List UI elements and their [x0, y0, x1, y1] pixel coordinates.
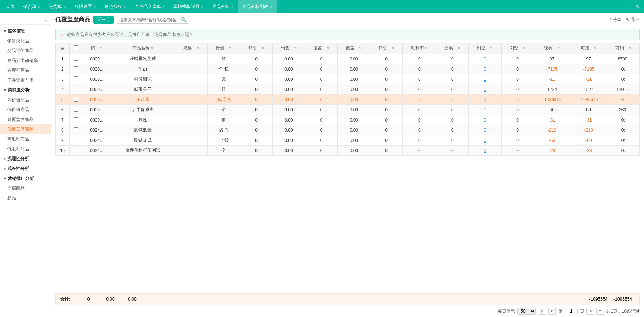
sidebar-item-category-rate[interactable]: 商品分类动销率 — [0, 56, 51, 66]
table-container[interactable]: ⚙ 商...⇅ 商品名称⇅ 规格...⇅ 计量...⇅ 销售...⇅ 销售...… — [55, 43, 640, 293]
search-input[interactable] — [119, 17, 181, 23]
th-browse2[interactable]: 浏览...⇅ — [501, 43, 534, 54]
row-browse1[interactable]: 0 — [469, 74, 501, 84]
th-spec[interactable]: 规格...⇅ — [175, 43, 208, 54]
close-icon[interactable]: × — [94, 4, 96, 9]
row-select-checkbox[interactable] — [74, 97, 78, 102]
row-select-checkbox[interactable] — [74, 107, 78, 112]
th-coverage2[interactable]: 覆盖...⇅ — [338, 43, 370, 54]
prev-page-button[interactable]: < — [548, 308, 556, 315]
row-browse1[interactable]: 0 — [469, 146, 501, 156]
search-icon[interactable]: 🔍 — [181, 17, 187, 23]
th-checkbox[interactable] — [69, 43, 83, 54]
row-select-checkbox[interactable] — [74, 117, 78, 122]
sidebar-section-growth[interactable]: > 成长性分析 — [0, 164, 51, 174]
th-name[interactable]: 商品名称⇅ — [111, 43, 175, 54]
sidebar-item-stocked-products[interactable]: 有库存商品 — [0, 66, 51, 75]
th-current-stock[interactable]: 现有...⇅ — [534, 43, 570, 54]
page-number-input[interactable] — [565, 308, 578, 314]
row-browse1[interactable]: 0 — [469, 115, 501, 125]
row-browse1[interactable]: 0 — [469, 54, 501, 64]
nav-template-settings[interactable]: 单据模板设置 × — [169, 0, 208, 13]
th-trade[interactable]: 交易...⇅ — [436, 43, 469, 54]
th-available-stock[interactable]: 可用...⇅ — [570, 43, 607, 54]
sidebar-section-overall[interactable]: ∨ 整体信息 — [0, 26, 51, 36]
row-browse1[interactable]: 0 — [469, 95, 501, 105]
window-close-button[interactable]: × — [632, 3, 643, 10]
close-icon[interactable]: × — [201, 4, 203, 9]
th-sales3[interactable]: 销售...⇅ — [370, 43, 402, 54]
sidebar-item-high-value[interactable]: 高价值商品 — [0, 95, 51, 105]
sidebar-item-stock-funds[interactable]: 库存资金占用 — [0, 75, 51, 85]
close-icon[interactable]: × — [231, 4, 233, 9]
sidebar-item-traded-products[interactable]: 交易过的商品 — [0, 46, 51, 56]
sidebar-item-all-products[interactable]: 全部商品 — [0, 183, 51, 193]
row-browse1[interactable]: 0 — [469, 64, 501, 74]
sidebar-item-low-value[interactable]: 低价值商品 — [0, 105, 51, 115]
row-checkbox[interactable] — [69, 135, 83, 146]
sidebar-item-high-margin[interactable]: 高毛利商品 — [0, 134, 51, 144]
row-select-checkbox[interactable] — [74, 76, 78, 81]
row-browse1[interactable]: 0 — [469, 105, 501, 115]
row-checkbox[interactable] — [69, 105, 83, 115]
th-browse1[interactable]: 浏览...⇅ — [469, 43, 501, 54]
sidebar-item-sales-products[interactable]: 销售类商品 — [0, 36, 51, 46]
th-code[interactable]: 商...⇅ — [83, 43, 111, 54]
sidebar-section-cluster[interactable]: ∨ 类群度分析 — [0, 85, 51, 95]
row-checkbox[interactable] — [69, 125, 83, 135]
row-checkbox[interactable] — [69, 84, 83, 95]
nav-purchase-order[interactable]: 进货单 × — [44, 0, 70, 13]
row-browse1[interactable]: 0 — [469, 125, 501, 135]
row-unit: 米 — [208, 115, 240, 125]
nav-product-analysis[interactable]: 商品分析 × — [208, 0, 238, 13]
row-checkbox[interactable] — [69, 146, 83, 156]
sidebar-item-low-coverage[interactable]: 低覆盖度商品 — [0, 124, 51, 134]
sidebar-collapse-button[interactable]: « — [45, 17, 48, 23]
nav-sales-order[interactable]: 销货单 × — [19, 0, 44, 13]
time-filter-button[interactable]: 近一月 — [93, 16, 114, 24]
share-button[interactable]: ⤴ 分享 — [609, 17, 621, 23]
export-button[interactable]: ↻ 导出 — [626, 17, 640, 23]
row-select-checkbox[interactable] — [74, 127, 78, 132]
sidebar-section-marketing[interactable]: ∨ 营销推广分析 — [0, 174, 51, 183]
first-page-button[interactable]: K — [538, 308, 546, 315]
th-coverage1[interactable]: 覆盖...⇅ — [305, 43, 338, 54]
row-browse1[interactable]: 0 — [469, 84, 501, 95]
row-select-checkbox[interactable] — [74, 87, 78, 91]
nav-permission[interactable]: 权限设置 × — [70, 0, 100, 13]
th-settings[interactable]: ⚙ — [56, 43, 70, 54]
row-checkbox[interactable] — [69, 54, 83, 64]
nav-finished-goods[interactable]: 产成品入库单 × — [130, 0, 169, 13]
row-checkbox[interactable] — [69, 115, 83, 125]
th-gross-margin[interactable]: 毛利率⇅ — [402, 43, 436, 54]
per-page-select[interactable]: 50 20 100 200 — [517, 308, 536, 315]
nav-role-auth[interactable]: 角色授权 × — [100, 0, 130, 13]
row-checkbox[interactable] — [69, 64, 83, 74]
close-icon[interactable]: × — [162, 4, 165, 9]
row-browse1[interactable]: 0 — [469, 135, 501, 146]
row-select-checkbox[interactable] — [74, 148, 78, 152]
sidebar-section-liquidity[interactable]: > 流通性分析 — [0, 154, 51, 164]
sidebar-item-new-products[interactable]: 新品 — [0, 193, 51, 203]
th-unit[interactable]: 计量...⇅ — [208, 43, 240, 54]
row-select-checkbox[interactable] — [74, 56, 78, 61]
last-page-button[interactable]: » — [596, 308, 604, 315]
row-checkbox[interactable] — [69, 74, 83, 84]
th-sales-qty[interactable]: 销售...⇅ — [240, 43, 272, 54]
select-all-checkbox[interactable] — [74, 45, 78, 50]
sidebar-item-low-margin[interactable]: 低毛利商品 — [0, 144, 51, 154]
close-icon[interactable]: × — [270, 4, 272, 9]
row-select-checkbox[interactable] — [74, 138, 78, 142]
next-page-button[interactable]: > — [586, 308, 594, 315]
sidebar-item-high-coverage[interactable]: 高覆盖度商品 — [0, 115, 51, 124]
th-sellable[interactable]: 可销...⇅ — [607, 43, 639, 54]
row-checkbox[interactable] — [69, 95, 83, 105]
close-icon[interactable]: × — [38, 4, 40, 9]
row-select-checkbox[interactable] — [74, 66, 78, 71]
close-icon[interactable]: × — [123, 4, 126, 9]
th-sales-amt[interactable]: 销售...⇅ — [272, 43, 305, 54]
chevron-down-icon: ∨ — [4, 177, 6, 181]
nav-home[interactable]: 首页 — [1, 0, 19, 13]
nav-product-analysis-list[interactable]: 商品分析列表 × — [238, 0, 276, 13]
close-icon[interactable]: × — [63, 4, 66, 9]
